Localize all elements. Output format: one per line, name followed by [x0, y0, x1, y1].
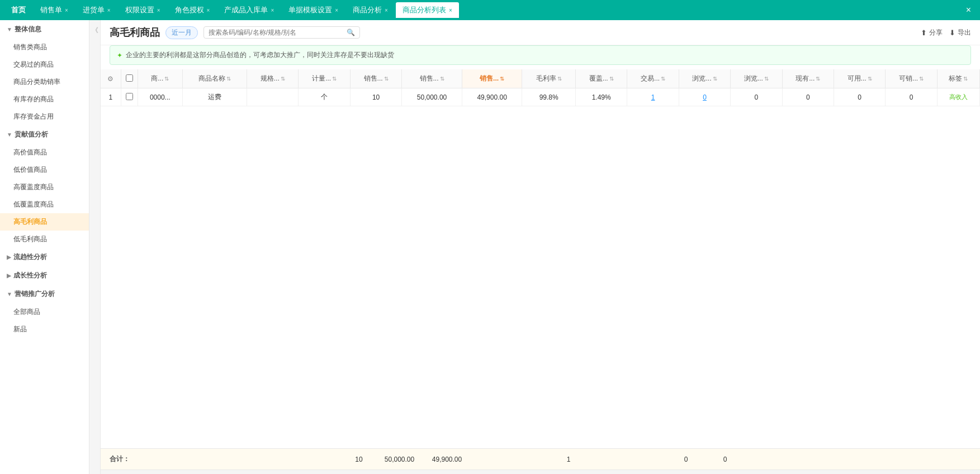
close-all-button[interactable]: ×: [962, 5, 976, 15]
column-saleable[interactable]: 可销... ⇅: [886, 69, 937, 88]
column-name[interactable]: 商品名称 ⇅: [183, 69, 247, 88]
sidebar-item-traded-goods[interactable]: 交易过的商品: [0, 56, 89, 73]
row-transaction[interactable]: 1: [627, 88, 679, 106]
footer-current-stock: 0: [666, 456, 706, 463]
column-sales-profit[interactable]: 销售... ⇅: [462, 69, 522, 88]
row-browse1[interactable]: 0: [679, 88, 730, 106]
search-box: 🔍: [203, 26, 360, 39]
tab-permission[interactable]: 权限设置 ×: [119, 2, 167, 18]
tab-analysis-list[interactable]: 商品分析列表 ×: [396, 2, 459, 18]
column-settings[interactable]: ⚙: [101, 69, 121, 88]
column-coverage[interactable]: 覆盖... ⇅: [576, 69, 627, 88]
chevron-down-icon: ▼: [7, 132, 12, 138]
row-unit: 个: [299, 88, 350, 106]
row-current-stock: 0: [782, 88, 834, 106]
sidebar-group-overall[interactable]: ▼ 整体信息: [0, 20, 89, 39]
close-icon[interactable]: ×: [65, 7, 68, 13]
sort-icon: ⇅: [440, 76, 444, 82]
column-transaction[interactable]: 交易... ⇅: [627, 69, 679, 88]
tab-purchase[interactable]: 进货单 ×: [76, 2, 117, 18]
sidebar-item-new-goods[interactable]: 新品: [0, 321, 89, 338]
tab-template[interactable]: 单据模板设置 ×: [282, 2, 345, 18]
header-actions: ⬆ 分享 ⬇ 导出: [921, 28, 971, 37]
table-row: 1 0000... 运费 个 10 50,000.00 49,900.00 99…: [101, 88, 980, 106]
close-icon[interactable]: ×: [385, 7, 388, 13]
tab-warehouse[interactable]: 产成品入库单 ×: [217, 2, 281, 18]
search-input[interactable]: [209, 29, 344, 36]
sidebar-item-high-margin[interactable]: 高毛利商品: [0, 213, 89, 231]
close-icon[interactable]: ×: [271, 7, 274, 13]
content-header: 高毛利商品 近一月 🔍 ⬆ 分享 ⬇ 导出: [101, 20, 980, 45]
top-navigation: 首页 销售单 × 进货单 × 权限设置 × 角色授权 × 产成品入库单 × 单据…: [0, 0, 980, 20]
close-icon[interactable]: ×: [335, 7, 338, 13]
column-tag[interactable]: 标签 ⇅: [937, 69, 979, 88]
sidebar: ▼ 整体信息 销售类商品 交易过的商品 商品分类助销率 有库存的商品 库存资金占…: [0, 20, 89, 474]
column-code[interactable]: 商... ⇅: [138, 69, 183, 88]
filter-recent-month-button[interactable]: 近一月: [165, 26, 198, 39]
row-select-checkbox[interactable]: [126, 93, 133, 100]
column-unit[interactable]: 计量... ⇅: [299, 69, 350, 88]
close-icon[interactable]: ×: [107, 7, 111, 13]
row-no: 1: [101, 88, 121, 106]
row-margin-rate: 99.8%: [522, 88, 576, 106]
row-checkbox[interactable]: [121, 88, 138, 106]
row-sales-amount: 50,000.00: [402, 88, 462, 106]
column-browse2[interactable]: 浏览... ⇅: [731, 69, 782, 88]
close-icon[interactable]: ×: [157, 7, 160, 13]
sidebar-group-contribution[interactable]: ▼ 贡献值分析: [0, 125, 89, 144]
sidebar-item-category-rate[interactable]: 商品分类助销率: [0, 73, 89, 91]
column-available[interactable]: 可用... ⇅: [834, 69, 885, 88]
footer-sales-amount: 50,000.00: [376, 456, 423, 463]
column-checkbox: [121, 69, 138, 88]
chevron-down-icon: ▼: [7, 291, 12, 297]
tab-sales[interactable]: 销售单 ×: [34, 2, 75, 18]
column-current-stock[interactable]: 现有... ⇅: [782, 69, 834, 88]
close-icon[interactable]: ×: [449, 7, 452, 13]
sort-icon: ⇅: [713, 76, 717, 82]
sidebar-group-growth[interactable]: ▶ 成长性分析: [0, 266, 89, 285]
sidebar-item-stock-goods[interactable]: 有库存的商品: [0, 91, 89, 108]
tab-analysis[interactable]: 商品分析 ×: [346, 2, 395, 18]
tab-role[interactable]: 角色授权 ×: [168, 2, 217, 18]
sidebar-item-sales-goods[interactable]: 销售类商品: [0, 39, 89, 56]
column-spec[interactable]: 规格... ⇅: [247, 69, 299, 88]
column-sales-qty[interactable]: 销售... ⇅: [350, 69, 401, 88]
settings-icon[interactable]: ⚙: [107, 75, 113, 83]
share-button[interactable]: ⬆ 分享: [921, 28, 943, 37]
sidebar-item-low-margin[interactable]: 低毛利商品: [0, 231, 89, 248]
horizontal-scrollbar[interactable]: [101, 470, 980, 474]
row-name: 运费: [183, 88, 247, 106]
row-coverage: 1.49%: [576, 88, 627, 106]
row-available: 0: [834, 88, 885, 106]
sort-icon: ⇅: [332, 76, 337, 82]
column-margin-rate[interactable]: 毛利率 ⇅: [522, 69, 576, 88]
close-icon[interactable]: ×: [207, 7, 210, 13]
footer-total: 合计： 10 50,000.00 49,900.00 1 0 0: [101, 448, 980, 470]
export-button[interactable]: ⬇ 导出: [949, 28, 971, 37]
sidebar-item-low-value[interactable]: 低价值商品: [0, 161, 89, 179]
sidebar-item-all-goods[interactable]: 全部商品: [0, 303, 89, 321]
row-spec: [247, 88, 299, 106]
sort-icon: ⇅: [164, 76, 169, 82]
search-icon[interactable]: 🔍: [347, 29, 355, 36]
sidebar-item-high-coverage[interactable]: 高覆盖度商品: [0, 179, 89, 196]
sidebar-item-low-coverage[interactable]: 低覆盖度商品: [0, 196, 89, 213]
sidebar-item-high-value[interactable]: 高价值商品: [0, 144, 89, 161]
sidebar-group-trend[interactable]: ▶ 流趋性分析: [0, 248, 89, 266]
row-browse2: 0: [731, 88, 782, 106]
footer-transaction: 1: [549, 456, 588, 463]
column-browse1[interactable]: 浏览... ⇅: [679, 69, 730, 88]
export-icon: ⬇: [949, 29, 955, 37]
sort-icon: ⇅: [500, 76, 504, 82]
main-layout: ▼ 整体信息 销售类商品 交易过的商品 商品分类助销率 有库存的商品 库存资金占…: [0, 20, 980, 474]
content-area: 高毛利商品 近一月 🔍 ⬆ 分享 ⬇ 导出 ✦ 企业的主要的利润都是这部分商品创…: [101, 20, 980, 474]
select-all-checkbox[interactable]: [126, 74, 133, 82]
column-sales-amount[interactable]: 销售... ⇅: [402, 69, 462, 88]
sidebar-collapse-button[interactable]: 《: [89, 20, 101, 474]
footer-sales-profit: 49,900.00: [423, 456, 471, 463]
data-table-wrapper: ⚙ 商... ⇅ 商品名称: [101, 69, 980, 448]
sidebar-group-marketing[interactable]: ▼ 营销推广分析: [0, 285, 89, 303]
chevron-right-icon: ▶: [7, 254, 11, 260]
sidebar-item-stock-capital[interactable]: 库存资金占用: [0, 108, 89, 125]
tab-home[interactable]: 首页: [4, 2, 32, 18]
